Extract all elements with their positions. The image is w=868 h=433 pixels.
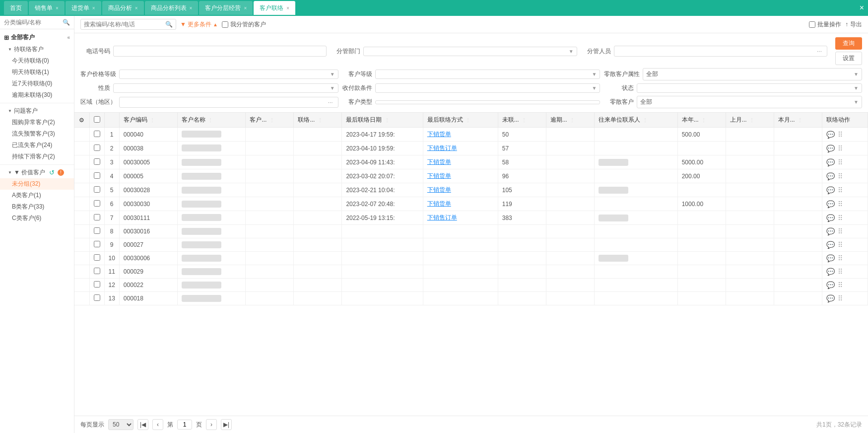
reset-button[interactable]: 设置: [835, 52, 862, 65]
sidebar-item-declining[interactable]: 持续下滑客户(2): [0, 151, 74, 162]
filter-region-select[interactable]: ···: [119, 97, 338, 108]
menu-icon[interactable]: ⠿: [838, 172, 843, 180]
sidebar-item-churn-warning[interactable]: 流失预警客户(3): [0, 128, 74, 140]
tab-product-analysis-list[interactable]: 商品分析列表 ×: [145, 1, 199, 15]
row-checkbox[interactable]: [94, 186, 100, 193]
filter-price-level-select[interactable]: ▼: [119, 70, 338, 79]
method-link[interactable]: 下销货单: [427, 131, 451, 138]
chat-icon[interactable]: 💬: [826, 214, 835, 222]
row-checkbox[interactable]: [94, 200, 100, 207]
sidebar-item-7days[interactable]: 近7天待联络(0): [0, 78, 74, 89]
sidebar-item-tomorrow[interactable]: 明天待联络(1): [0, 67, 74, 78]
chat-icon[interactable]: 💬: [826, 227, 835, 235]
batch-checkbox[interactable]: [809, 21, 815, 28]
menu-icon[interactable]: ⠿: [838, 227, 843, 235]
menu-icon[interactable]: ⠿: [838, 158, 843, 166]
filter-nature-select[interactable]: ▼: [113, 83, 338, 93]
row-last-method[interactable]: 下销售订单: [423, 142, 498, 155]
sidebar-item-class-c[interactable]: C类客户(6): [0, 213, 74, 224]
last-page-btn[interactable]: ▶|: [221, 419, 232, 430]
th-settings[interactable]: ⚙: [74, 113, 89, 128]
method-link[interactable]: 下销货单: [427, 158, 451, 165]
sidebar-group-value[interactable]: ▼ 价值客户 ↺ !: [0, 167, 74, 178]
page-size-select[interactable]: 50 20 100: [108, 419, 134, 430]
menu-icon[interactable]: ⠿: [838, 254, 843, 262]
manager-dots[interactable]: ···: [815, 48, 824, 55]
filter-payment-select[interactable]: ▼: [375, 83, 601, 93]
row-last-method[interactable]: 下销货单: [423, 169, 498, 183]
sidebar-all-customers[interactable]: ⊞ 全部客户 «: [0, 31, 74, 44]
row-checkbox[interactable]: [94, 214, 100, 220]
tab-customer-segment-close[interactable]: ×: [244, 5, 247, 11]
tab-product-analysis-list-close[interactable]: ×: [190, 5, 193, 11]
row-checkbox[interactable]: [94, 227, 100, 234]
chat-icon[interactable]: 💬: [826, 294, 835, 302]
menu-icon[interactable]: ⠿: [838, 294, 843, 302]
chat-icon[interactable]: 💬: [826, 131, 835, 139]
sidebar-item-ungrouped[interactable]: 未分组(32): [0, 178, 74, 190]
row-checkbox[interactable]: [94, 254, 100, 261]
chat-icon[interactable]: 💬: [826, 241, 835, 249]
row-last-method[interactable]: 下销货单: [423, 128, 498, 142]
row-checkbox[interactable]: [94, 144, 100, 151]
row-last-method[interactable]: [423, 252, 498, 265]
select-all-checkbox[interactable]: [94, 116, 100, 123]
my-customers-checkbox[interactable]: [222, 21, 228, 28]
method-link[interactable]: 下销货单: [427, 172, 451, 179]
next-page-btn[interactable]: ›: [206, 419, 217, 430]
page-input[interactable]: [177, 420, 192, 430]
tab-product-analysis-close[interactable]: ×: [135, 5, 138, 11]
menu-icon[interactable]: ⠿: [838, 214, 843, 222]
filter-status-select[interactable]: ▼: [637, 83, 862, 93]
search-input[interactable]: [84, 21, 163, 28]
row-last-method[interactable]: [423, 238, 498, 252]
more-conditions-btn[interactable]: ▼ 更多条件 ▲: [180, 20, 218, 29]
method-link[interactable]: 下销货单: [427, 186, 451, 193]
menu-icon[interactable]: ⠿: [838, 281, 843, 289]
tab-customer-segment[interactable]: 客户分层经营 ×: [199, 1, 253, 15]
sidebar-search-input[interactable]: [4, 19, 61, 26]
chat-icon[interactable]: 💬: [826, 281, 835, 289]
sidebar-item-hoarding[interactable]: 囤购异常客户(2): [0, 117, 74, 128]
sidebar-group-waiting[interactable]: 待联络客户: [0, 44, 74, 55]
filter-phone-input[interactable]: [113, 46, 327, 57]
menu-icon[interactable]: ⠿: [838, 131, 843, 139]
row-last-method[interactable]: 下销货单: [423, 155, 498, 169]
prev-page-btn[interactable]: ‹: [152, 419, 163, 430]
menu-icon[interactable]: ⠿: [838, 268, 843, 276]
tab-customer-contact-close[interactable]: ×: [286, 5, 289, 11]
batch-operations-btn[interactable]: 批量操作: [809, 20, 841, 29]
tab-purchase[interactable]: 进货单 ×: [66, 1, 101, 15]
filter-retail-attr-select[interactable]: 全部 ▼: [643, 68, 862, 80]
chat-icon[interactable]: 💬: [826, 144, 835, 152]
chat-icon[interactable]: 💬: [826, 268, 835, 276]
filter-manager-select[interactable]: ···: [614, 46, 827, 57]
sidebar-item-today[interactable]: 今天待联络(0): [0, 55, 74, 67]
chat-icon[interactable]: 💬: [826, 172, 835, 180]
row-checkbox[interactable]: [94, 172, 100, 179]
filter-customer-type-select[interactable]: [375, 100, 601, 104]
row-last-method[interactable]: [423, 292, 498, 305]
method-link[interactable]: 下销售订单: [427, 214, 457, 221]
tab-home[interactable]: 首页: [4, 1, 28, 15]
menu-icon[interactable]: ⠿: [838, 241, 843, 249]
row-checkbox[interactable]: [94, 131, 100, 137]
chat-icon[interactable]: 💬: [826, 254, 835, 262]
chat-icon[interactable]: 💬: [826, 200, 835, 208]
sidebar-item-churned[interactable]: 已流失客户(24): [0, 140, 74, 151]
tab-sales[interactable]: 销售单 ×: [29, 1, 65, 15]
chat-icon[interactable]: 💬: [826, 186, 835, 194]
row-checkbox[interactable]: [94, 241, 100, 247]
filter-retail-customer-select[interactable]: 全部 ▼: [637, 96, 862, 108]
search-icon[interactable]: 🔍: [165, 21, 173, 28]
row-last-method[interactable]: [423, 279, 498, 292]
sidebar-item-class-b[interactable]: B类客户(33): [0, 201, 74, 213]
row-last-method[interactable]: 下销货单: [423, 183, 498, 197]
tab-purchase-close[interactable]: ×: [92, 5, 95, 11]
sidebar-item-class-a[interactable]: A类客户(1): [0, 190, 74, 201]
filter-dept-select[interactable]: ▼: [363, 47, 577, 56]
tab-sales-close[interactable]: ×: [56, 5, 59, 11]
query-button[interactable]: 查询: [835, 37, 862, 50]
close-all-tabs[interactable]: ×: [860, 3, 864, 12]
tab-customer-contact[interactable]: 客户联络 ×: [254, 1, 295, 15]
